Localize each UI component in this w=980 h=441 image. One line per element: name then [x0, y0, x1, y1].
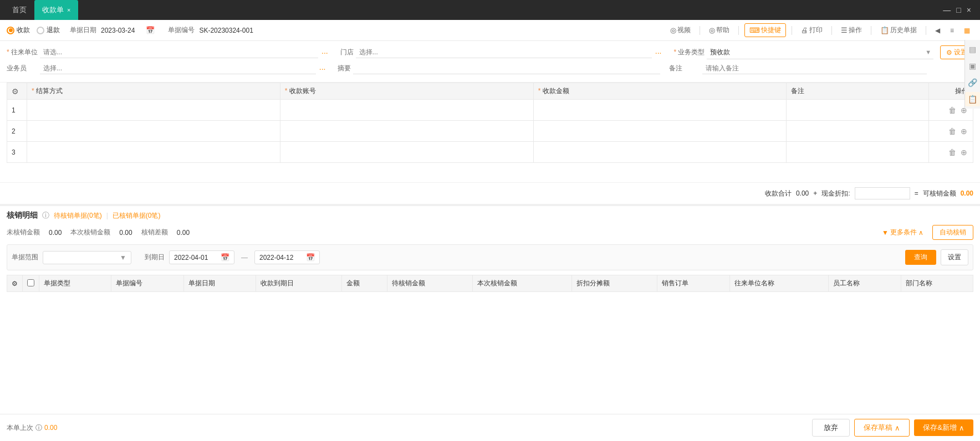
radio-refund[interactable]: 退款	[37, 25, 60, 35]
select-all-checkbox[interactable]	[27, 279, 34, 286]
history-btn[interactable]: 📋 历史单据	[877, 24, 920, 37]
calendar-icon[interactable]: 📅	[144, 25, 157, 35]
store-field: 门店 ···	[340, 47, 665, 58]
table-gear-icon[interactable]: ⚙	[12, 87, 19, 96]
writeoff-info-icon[interactable]: ⓘ	[42, 211, 49, 221]
summary-input[interactable]	[353, 63, 660, 74]
unchecked-label: 未核销金额	[7, 228, 40, 237]
unchecked-value: 0.00	[49, 229, 62, 237]
auto-writeoff-btn[interactable]: 自动核销	[932, 225, 973, 240]
counterpart-input[interactable]	[40, 47, 318, 58]
row3-delete-icon[interactable]: 🗑	[947, 147, 957, 158]
row3-copy-icon[interactable]: ⊕	[959, 147, 968, 158]
tab-collection-label: 收款单	[42, 5, 64, 15]
pending-tab[interactable]: 待核销单据(0笔)	[54, 211, 102, 221]
row2-copy-icon[interactable]: ⊕	[959, 126, 968, 137]
writeoff-gear-icon[interactable]: ⚙	[12, 280, 18, 288]
writeoff-header: 核销明细 ⓘ 待核销单据(0笔) | 已核销单据(0笔)	[7, 211, 973, 221]
doc-num-value: SK-20230324-001	[199, 27, 253, 34]
biz-type-chevron: ▼	[923, 49, 933, 55]
maximize-icon[interactable]: □	[956, 6, 961, 14]
biz-type-select[interactable]: 预收款 ▼	[707, 46, 933, 59]
row2-amount[interactable]	[533, 121, 787, 142]
row1-remark[interactable]	[787, 100, 929, 121]
writeoff-stats: 未核销金额 0.00 本次核销金额 0.00 核销差额 0.00 ▼ 更多条件 …	[7, 225, 973, 240]
radio-collect[interactable]: 收款	[7, 25, 30, 35]
tab-home[interactable]: 首页	[4, 0, 34, 20]
divider2	[738, 26, 739, 35]
sidebar-icon-table[interactable]: ▤	[966, 42, 979, 57]
video-btn[interactable]: ◎ 视频	[667, 24, 694, 37]
tab-collection[interactable]: 收款单 ×	[34, 0, 78, 20]
layout-btn2[interactable]: ▦	[961, 25, 973, 36]
form-row-2: 业务员 ··· 摘要 备注	[7, 63, 973, 74]
shortcut-btn[interactable]: ⌨ 快捷键	[744, 23, 786, 37]
counterpart-more-icon[interactable]: ···	[318, 48, 331, 57]
sidebar-icon-link[interactable]: 🔗	[965, 75, 980, 90]
range-select[interactable]: ▼	[43, 251, 131, 264]
row2-num: 2	[7, 121, 27, 142]
date-from-input[interactable]	[174, 254, 218, 261]
store-input[interactable]	[356, 47, 652, 58]
pending-label: 待核销单据	[54, 212, 87, 219]
done-tab[interactable]: 已核销单据(0笔)	[113, 211, 161, 221]
print-btn[interactable]: 🖨 打印	[798, 24, 826, 37]
row3-settlement[interactable]	[27, 142, 280, 163]
table-row: 2 🗑 ⊕	[7, 121, 973, 142]
row1-delete-icon[interactable]: 🗑	[947, 105, 957, 116]
save-new-button[interactable]: 保存&新增 ∧	[914, 419, 973, 436]
row1-account[interactable]	[280, 100, 533, 121]
discard-button[interactable]: 放弃	[812, 419, 850, 437]
minimize-icon[interactable]: —	[943, 6, 951, 14]
summary-label: 摘要	[338, 64, 353, 73]
date-to-input[interactable]	[259, 254, 304, 261]
remark-input[interactable]	[702, 63, 927, 74]
remark-label: 备注	[669, 64, 702, 73]
save-draft-button[interactable]: 保存草稿 ∧	[854, 419, 910, 437]
toolbar-actions: ◎ 视频 ◎ 帮助 ⌨ 快捷键 🖨 打印 ☰ 操作	[667, 23, 973, 37]
row2-settlement[interactable]	[27, 121, 280, 142]
wcol9: 销售订单	[657, 275, 729, 292]
print-icon: 🖨	[801, 26, 808, 34]
row2-remark[interactable]	[787, 121, 929, 142]
staff-more-icon[interactable]: ···	[316, 64, 329, 73]
tab-divider: |	[106, 212, 108, 219]
sidebar-icon-clip[interactable]: 📋	[965, 92, 980, 106]
plus-sign: +	[813, 189, 817, 197]
cash-discount-input[interactable]	[855, 187, 910, 199]
collect-total-value: 0.00	[796, 189, 809, 197]
store-more-icon[interactable]: ···	[652, 48, 665, 57]
bottom-info-icon: ⓘ	[35, 423, 42, 433]
done-label: 已核销单据	[113, 212, 146, 219]
staff-input[interactable]	[40, 63, 316, 74]
close-icon[interactable]: ×	[967, 6, 971, 14]
row1-settlement[interactable]	[27, 100, 280, 121]
help-btn[interactable]: ◎ 帮助	[706, 24, 733, 37]
date-range-separator: —	[241, 254, 248, 261]
wcol4: 收款到期日	[256, 275, 341, 292]
counterpart-label: 往来单位	[7, 48, 40, 57]
row1-num: 1	[7, 100, 27, 121]
wcol7: 本次核销金额	[473, 275, 572, 292]
divider4	[831, 26, 832, 35]
calendar-from-icon[interactable]: 📅	[221, 253, 229, 261]
calendar-to-icon[interactable]: 📅	[306, 253, 315, 261]
row2-account[interactable]	[280, 121, 533, 142]
staff-label: 业务员	[7, 64, 40, 73]
filter-btn[interactable]: ▼ 更多条件 ∧	[882, 228, 923, 237]
layout-btn1[interactable]: ≡	[947, 25, 957, 36]
query-settings-btn[interactable]: 设置	[941, 249, 968, 265]
range-chevron-icon: ▼	[120, 254, 126, 261]
row3-remark[interactable]	[787, 142, 929, 163]
row3-amount[interactable]	[533, 142, 787, 163]
row3-account[interactable]	[280, 142, 533, 163]
operation-btn[interactable]: ☰ 操作	[838, 24, 865, 37]
query-btn[interactable]: 查询	[905, 250, 936, 265]
row1-amount[interactable]	[533, 100, 787, 121]
col-remark: 备注	[787, 83, 929, 100]
row2-delete-icon[interactable]: 🗑	[947, 126, 957, 137]
sidebar-icon-grid[interactable]: ▣	[966, 59, 979, 73]
prev-btn[interactable]: ◀	[932, 25, 943, 36]
tab-close-icon[interactable]: ×	[67, 7, 70, 13]
col-amount: 收款金额	[533, 83, 787, 100]
